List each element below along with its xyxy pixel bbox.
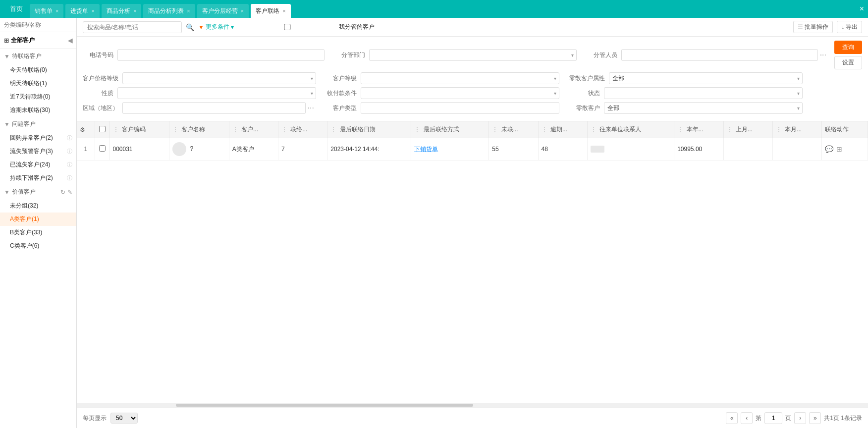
ungrouped-label: 未分组(32) xyxy=(10,202,38,210)
my-customers-checkbox[interactable] xyxy=(238,24,337,30)
batch-op-button[interactable]: ☰ 批量操作 xyxy=(793,21,833,33)
tab-customer-tier[interactable]: 客户分层经营 × xyxy=(197,4,249,18)
col-thismonth-drag: ⋮ xyxy=(776,126,782,133)
customer-table: ⚙ ⋮ 客户编码 ⋮ 客户名称 xyxy=(77,121,868,160)
col-no-contact: ⋮ 未联... xyxy=(489,121,538,138)
row-overdue: 48 xyxy=(538,138,587,160)
sidebar-item-lost[interactable]: 已流失客户(24) ⓘ xyxy=(0,158,76,171)
horizontal-scrollbar[interactable] xyxy=(77,403,868,408)
select-all-checkbox[interactable] xyxy=(99,126,106,132)
tab-product-analysis-list[interactable]: 商品分析列表 × xyxy=(143,4,195,18)
refresh-icon[interactable]: ↻ xyxy=(60,189,65,196)
my-customers-filter[interactable]: 我分管的客户 xyxy=(238,23,375,31)
filter-retail-customer: 零散客户 全部 ▾ xyxy=(569,102,803,114)
sidebar-item-today[interactable]: 今天待联络(0) xyxy=(0,63,76,77)
sidebar-all-customers[interactable]: ⊞ 全部客户 ◀ xyxy=(0,32,76,49)
sidebar-item-overdue[interactable]: 逾期未联络(30) xyxy=(0,104,76,117)
row-last-contact-type[interactable]: 下销货单 xyxy=(411,138,489,160)
tab-customer-contact-close[interactable]: × xyxy=(282,8,285,14)
page-number-input[interactable] xyxy=(764,412,782,424)
tab-purchase-close[interactable]: × xyxy=(91,8,94,14)
page-info: « ‹ 第 页 › » 共1页 1条记录 xyxy=(726,412,862,424)
sidebar-item-tomorrow[interactable]: 明天待联络(1) xyxy=(0,77,76,90)
sidebar-search-input[interactable] xyxy=(4,21,77,28)
search-button[interactable]: 🔍 xyxy=(186,23,194,31)
tab-product-analysis-close[interactable]: × xyxy=(133,8,136,14)
row-this-month xyxy=(772,138,821,160)
tab-sales[interactable]: 销售单 × xyxy=(30,4,63,18)
manager-more-button[interactable]: ··· xyxy=(818,51,828,59)
status-select[interactable] xyxy=(604,87,803,99)
collapse-icon[interactable]: ◀ xyxy=(68,37,72,44)
export-button[interactable]: ↓ 导出 xyxy=(837,21,862,33)
col-last-contact-type: ⋮ 最后联络方式 xyxy=(411,121,489,138)
tab-product-analysis-list-close[interactable]: × xyxy=(187,8,190,14)
row-checkbox[interactable] xyxy=(99,145,106,152)
7days-label: 近7天待联络(0) xyxy=(10,93,50,101)
sidebar-item-7days[interactable]: 近7天待联络(0) xyxy=(0,90,76,104)
chat-action-icon[interactable]: 💬 xyxy=(825,145,833,153)
all-customers-label: 全部客户 xyxy=(11,36,35,45)
payment-select[interactable] xyxy=(361,87,559,99)
tab-product-analysis-label: 商品分析 xyxy=(107,7,130,15)
retail-attr-select[interactable]: 全部 xyxy=(609,72,803,84)
close-all-button[interactable]: × xyxy=(860,4,864,13)
manager-input[interactable] xyxy=(621,49,818,61)
grid-icon: ⊞ xyxy=(4,37,9,44)
tab-purchase[interactable]: 进货单 × xyxy=(65,4,99,18)
retail-customer-select[interactable]: 全部 xyxy=(604,102,803,114)
qr-action-icon[interactable]: ⊞ xyxy=(836,145,842,153)
tab-customer-tier-close[interactable]: × xyxy=(241,8,244,14)
col-this-year-label: 本年... xyxy=(687,126,704,133)
sidebar-section-problem[interactable]: ▼ 问题客户 xyxy=(0,117,76,131)
sidebar-item-class-c[interactable]: C类客户(6) xyxy=(0,239,76,253)
first-page-button[interactable]: « xyxy=(726,412,738,424)
sidebar-item-declining[interactable]: 持续下滑客户(2) ⓘ xyxy=(0,171,76,185)
home-tab[interactable]: 首页 xyxy=(4,0,29,18)
region-more-button[interactable]: ··· xyxy=(306,104,316,112)
more-filters-button[interactable]: ▼ 更多条件 ▾ xyxy=(198,23,234,31)
scroll-thumb[interactable] xyxy=(176,404,473,407)
sidebar-item-ungrouped[interactable]: 未分组(32) xyxy=(0,199,76,213)
last-page-button[interactable]: » xyxy=(809,412,821,424)
settings-button[interactable]: 设置 xyxy=(834,56,862,69)
col-overdue-drag: ⋮ xyxy=(542,126,547,133)
nature-label: 性质 xyxy=(83,89,117,98)
class-b-label: B类客户(33) xyxy=(10,228,42,237)
settings-col-icon[interactable]: ⚙ xyxy=(80,126,85,133)
nature-select[interactable] xyxy=(117,87,316,99)
col-name: ⋮ 客户名称 xyxy=(169,121,229,138)
search-input[interactable] xyxy=(83,21,182,33)
page-size-select[interactable]: 50 10 20 100 xyxy=(110,413,138,424)
sidebar-item-class-a[interactable]: A类客户(1) xyxy=(0,213,76,226)
customer-type-input[interactable] xyxy=(361,102,559,114)
next-page-button[interactable]: › xyxy=(794,412,806,424)
tab-product-analysis[interactable]: 商品分析 × xyxy=(102,4,141,18)
content-area: 🔍 ▼ 更多条件 ▾ 我分管的客户 ☰ 批量操作 ↓ 导出 xyxy=(77,18,868,428)
prev-page-button[interactable]: ‹ xyxy=(741,412,753,424)
row-unit-contact xyxy=(587,138,674,160)
col-checkbox[interactable] xyxy=(95,121,109,138)
edit-icon[interactable]: ✎ xyxy=(67,189,72,196)
customer-tier-select[interactable] xyxy=(361,72,559,84)
col-settings[interactable]: ⚙ xyxy=(77,121,95,138)
retail-attr-select-wrapper: 全部 ▾ xyxy=(609,72,803,84)
tab-purchase-label: 进货单 xyxy=(70,7,88,15)
sidebar-section-value[interactable]: ▼ 价值客户 ↻ ✎ xyxy=(0,185,76,199)
sidebar-item-abnormal[interactable]: 回购异常客户(2) ⓘ xyxy=(0,131,76,145)
query-button[interactable]: 查询 xyxy=(834,41,862,54)
col-type-drag: ⋮ xyxy=(232,126,238,133)
data-table-container: ⚙ ⋮ 客户编码 ⋮ 客户名称 xyxy=(77,121,868,403)
sidebar-section-pending[interactable]: ▼ 待联络客户 xyxy=(0,49,76,63)
retail-customer-label: 零散客户 xyxy=(569,104,604,112)
dept-select[interactable] xyxy=(369,49,576,61)
sidebar-item-loss-warning[interactable]: 流失预警客户(3) ⓘ xyxy=(0,145,76,158)
region-input[interactable] xyxy=(122,102,306,114)
price-tier-select[interactable] xyxy=(122,72,316,84)
tab-customer-contact[interactable]: 客户联络 × xyxy=(251,4,290,18)
tab-sales-close[interactable]: × xyxy=(55,8,58,14)
sidebar-item-class-b[interactable]: B类客户(33) xyxy=(0,226,76,239)
phone-input[interactable] xyxy=(117,49,325,61)
last-contact-type-link[interactable]: 下销货单 xyxy=(414,146,438,153)
row-checkbox-cell[interactable] xyxy=(95,138,109,160)
